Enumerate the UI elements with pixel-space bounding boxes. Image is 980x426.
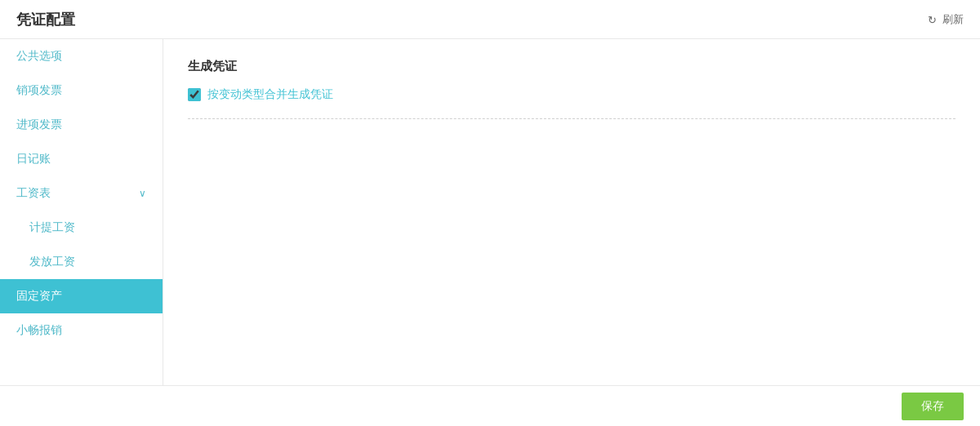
- sidebar-item-label: 日记账: [16, 152, 51, 166]
- header: 凭证配置 ↻ 刷新: [0, 0, 980, 39]
- sidebar-item-sales-invoice[interactable]: 销项发票: [0, 73, 163, 108]
- sidebar-item-label: 小畅报销: [16, 323, 62, 338]
- sidebar-item-label: 计提工资: [29, 220, 75, 235]
- footer: 保存: [0, 385, 980, 426]
- sidebar-item-purchase-invoice[interactable]: 进项发票: [0, 108, 163, 142]
- sidebar-item-label: 工资表: [16, 186, 51, 201]
- merge-voucher-label[interactable]: 按变动类型合并生成凭证: [207, 87, 333, 102]
- refresh-label: 刷新: [942, 12, 964, 27]
- sidebar-item-public[interactable]: 公共选项: [0, 39, 163, 73]
- sidebar-item-payroll-accrual[interactable]: 计提工资: [0, 211, 163, 245]
- section-title: 生成凭证: [188, 59, 956, 74]
- chevron-down-icon: ∨: [139, 188, 146, 199]
- sidebar-item-payroll-release[interactable]: 发放工资: [0, 245, 163, 279]
- refresh-icon: ↻: [928, 14, 939, 25]
- section-divider: [188, 118, 956, 119]
- sidebar-item-label: 固定资产: [16, 289, 62, 304]
- sidebar-item-label: 发放工资: [29, 255, 75, 269]
- checkbox-row: 按变动类型合并生成凭证: [188, 87, 956, 102]
- page-title: 凭证配置: [16, 10, 75, 29]
- sidebar-item-expense[interactable]: 小畅报销: [0, 313, 163, 348]
- layout: 公共选项销项发票进项发票日记账工资表∨计提工资发放工资固定资产小畅报销 生成凭证…: [0, 39, 980, 426]
- sidebar-item-label: 公共选项: [16, 49, 62, 64]
- sidebar-item-payroll[interactable]: 工资表∨: [0, 176, 163, 211]
- sidebar: 公共选项销项发票进项发票日记账工资表∨计提工资发放工资固定资产小畅报销: [0, 39, 163, 426]
- main-content: 生成凭证 按变动类型合并生成凭证: [163, 39, 980, 426]
- merge-voucher-checkbox[interactable]: [188, 88, 201, 101]
- refresh-button[interactable]: ↻ 刷新: [928, 12, 964, 27]
- save-button[interactable]: 保存: [902, 393, 964, 420]
- sidebar-item-label: 销项发票: [16, 83, 62, 98]
- sidebar-item-fixed-assets[interactable]: 固定资产: [0, 279, 163, 313]
- sidebar-item-label: 进项发票: [16, 118, 62, 132]
- sidebar-item-journal[interactable]: 日记账: [0, 142, 163, 176]
